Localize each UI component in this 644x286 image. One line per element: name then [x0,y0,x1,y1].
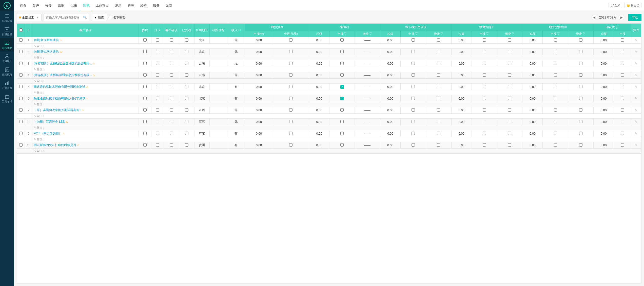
chaoshui-cell[interactable] [139,107,151,114]
row-checkbox[interactable] [508,97,511,100]
row-checkbox[interactable] [483,97,486,100]
row-checkbox[interactable] [437,73,440,77]
row-checkbox[interactable] [170,50,173,53]
row-checkbox[interactable] [621,97,624,100]
querendeng-cell[interactable] [164,60,179,67]
row-checkbox[interactable] [185,50,188,53]
zenghzhi-shenbao-cell[interactable]: ✓ [329,95,355,102]
jiaoyu-jiaofei-cell[interactable] [497,130,522,137]
row-checkbox[interactable] [412,73,415,77]
nav-invoice[interactable]: 票据 [55,0,67,11]
yiwanshui-cell[interactable] [179,119,194,125]
row-checkbox[interactable] [412,108,415,112]
row-checkbox[interactable] [621,132,624,135]
row-checkbox[interactable] [579,73,582,77]
row-checkbox[interactable] [156,85,159,88]
caibao-month-cell[interactable] [273,84,309,90]
difang-shenbao-cell[interactable] [543,142,568,149]
chengshi-shenbao-cell[interactable] [400,60,426,67]
row-checkbox[interactable] [289,132,292,135]
row-checkbox[interactable] [289,120,292,123]
qingka-cell[interactable] [151,107,164,114]
querendeng-cell[interactable] [164,95,179,102]
jiaoyu-jiaofei-cell[interactable] [497,95,522,102]
row-checkbox[interactable] [437,143,440,147]
nav-business[interactable]: 工商项目 [93,0,112,11]
row-checkbox[interactable] [554,143,557,147]
yiwanshui-cell[interactable] [179,84,194,90]
qingka-cell[interactable] [151,130,164,137]
row-checkbox[interactable] [289,73,292,77]
row-select-cell[interactable] [17,72,25,79]
row-checkbox[interactable] [289,50,292,53]
customer-name[interactable]: 勿删!新锐网络通信 ⚠ [32,37,139,44]
edit-icon[interactable]: ✎ [635,97,637,100]
yiwanshui-cell[interactable] [179,95,194,102]
jiaoyu-jiaofei-cell[interactable] [497,72,522,79]
chaoshui-cell[interactable] [139,130,151,137]
edit-cell[interactable]: ✎ [631,130,641,137]
caibao-month-cell[interactable] [273,130,309,137]
yiwanshui-cell[interactable] [179,142,194,149]
jiaoyu-shenbao-cell[interactable] [472,142,497,149]
yinhua-shenbao-cell[interactable] [614,49,631,55]
yiwanshui-cell[interactable] [179,37,194,44]
edit-icon[interactable]: ✎ [635,73,637,77]
querendeng-cell[interactable] [164,49,179,55]
edit-icon[interactable]: ✎ [635,143,637,147]
row-checkbox[interactable] [621,38,624,42]
row-checkbox[interactable] [508,38,511,42]
edit-cell[interactable]: ✎ [631,95,641,102]
yinhua-shenbao-cell[interactable] [614,119,631,125]
yinhua-shenbao-cell[interactable] [614,60,631,67]
row-checkbox[interactable] [579,132,582,135]
row-checkbox[interactable] [508,73,511,77]
row-checkbox[interactable] [143,50,147,53]
qingka-cell[interactable] [151,72,164,79]
edit-cell[interactable]: ✎ [631,72,641,79]
edit-icon[interactable]: ✎ [635,50,637,54]
row-checkbox[interactable] [19,143,23,147]
row-checkbox[interactable] [19,85,23,88]
row-checkbox[interactable] [508,108,511,112]
prev-month-button[interactable]: ◀ [592,15,597,20]
row-checkbox[interactable] [185,143,188,147]
row-checkbox[interactable] [412,97,415,100]
jiaoyu-shenbao-cell[interactable] [472,119,497,125]
row-checkbox[interactable] [579,38,582,42]
row-checkbox[interactable] [437,97,440,100]
customer-name[interactable]: 畅速通信息技术股份有限公司民非测试 ⚠ [32,84,139,90]
edit-cell[interactable]: ✎ [631,142,641,149]
row-checkbox[interactable] [579,143,582,147]
chaoshui-cell[interactable] [139,119,151,125]
row-checkbox[interactable] [143,38,147,42]
difang-shenbao-cell[interactable] [543,95,568,102]
edit-icon[interactable]: ✎ [635,38,637,42]
zenghzhi-shenbao-cell[interactable] [329,107,355,114]
row-checkbox[interactable] [170,132,173,135]
yinhua-shenbao-cell[interactable] [614,130,631,137]
zenghzhi-shenbao-cell[interactable] [329,60,355,67]
chaoshui-cell[interactable] [139,72,151,79]
yiwanshui-cell[interactable] [179,130,194,137]
row-checkbox[interactable] [621,143,624,147]
edit-cell[interactable]: ✎ [631,107,641,114]
querendeng-cell[interactable] [164,130,179,137]
nav-tax[interactable]: 报税 [80,0,93,11]
next-month-button[interactable]: ▶ [619,15,624,20]
jiaoyu-jiaofei-cell[interactable] [497,49,522,55]
jiaoyu-shenbao-cell[interactable] [472,84,497,90]
row-checkbox[interactable] [156,143,159,147]
row-checkbox[interactable] [554,73,557,77]
row-checkbox[interactable] [185,38,188,42]
row-checkbox[interactable] [412,132,415,135]
sidebar-item-baoshuiliulan[interactable]: 报税浏览 [0,38,14,51]
caibao-month-cell[interactable] [273,49,309,55]
chengshi-jiaofei-cell[interactable] [426,37,451,44]
row-checkbox[interactable] [412,62,415,65]
row-checkbox[interactable] [289,62,292,65]
zenghzhi-shenbao-cell[interactable] [329,119,355,125]
caibao-month-cell[interactable] [273,72,309,79]
row-checkbox[interactable] [340,62,344,65]
edit-cell[interactable]: ✎ [631,49,641,55]
